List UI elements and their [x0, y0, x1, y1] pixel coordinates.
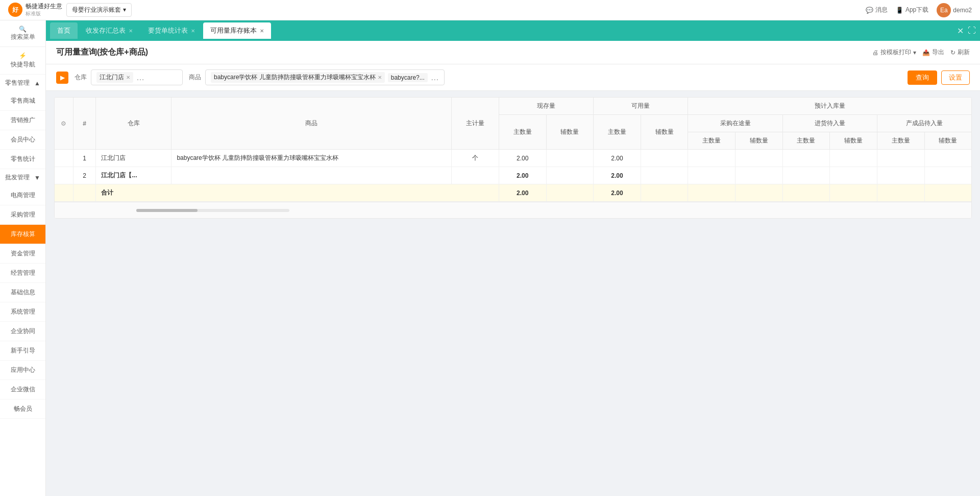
available-stock-tab-close[interactable]: ✕	[260, 28, 264, 34]
product-filter-group: 商品 babycare学饮杯 儿童防摔防撞吸管杯重力球吸嘴杯宝宝水杯 ✕ bab…	[189, 69, 445, 85]
th-warehouse: 仓库	[96, 98, 172, 150]
row1-avail-aux	[641, 150, 688, 167]
th-purchase-main: 主数量	[688, 132, 736, 150]
th-available-qty-group: 可用量	[594, 98, 688, 115]
sidebar-item-finance[interactable]: 资金管理	[0, 244, 45, 264]
total-purchase-main	[688, 184, 736, 202]
tab-bar-actions: ✕ ⛶	[957, 26, 976, 36]
sidebar-item-marketing[interactable]: 营销推广	[0, 111, 45, 130]
retail-stats-label: 零售统计	[11, 155, 35, 163]
row2-avail-main: 2.00	[594, 167, 641, 184]
export-label: 导出	[932, 48, 944, 57]
purchase-label: 采购管理	[11, 210, 35, 219]
tab-available-stock[interactable]: 可用量库存账本 ✕	[203, 22, 271, 39]
export-btn[interactable]: 📤 导出	[922, 48, 944, 57]
sidebar-item-member[interactable]: 会员中心	[0, 130, 45, 150]
total-label: 合计	[96, 184, 499, 202]
row1-avail-main: 2.00	[594, 150, 641, 167]
sidebar-item-quicknav[interactable]: ⚡ 快捷导航	[0, 47, 45, 75]
warehouse-more-icon[interactable]: …	[136, 73, 144, 82]
main-layout: 🔍 搜索菜单 ⚡ 快捷导航 零售管理 ▲ 零售商城 营销推广 会员中心 零售统计…	[0, 20, 980, 496]
sidebar-item-system-mgmt[interactable]: 系统管理	[0, 302, 45, 322]
sidebar-item-enterprise[interactable]: 企业协同	[0, 322, 45, 341]
row2-production-main	[877, 167, 924, 184]
sidebar-item-member2[interactable]: 畅会员	[0, 399, 45, 419]
sidebar-item-app-center[interactable]: 应用中心	[0, 361, 45, 380]
row1-current-main: 2.00	[499, 150, 546, 167]
row2-production-aux	[924, 167, 971, 184]
template-print-btn[interactable]: 🖨 按模板打印 ▾	[872, 48, 916, 57]
refresh-btn[interactable]: ↻ 刷新	[950, 48, 970, 57]
sidebar-item-ecommerce[interactable]: 电商管理	[0, 186, 45, 205]
tab-home[interactable]: 首页	[50, 22, 78, 39]
basic-info-label: 基础信息	[11, 288, 35, 297]
row2-settings	[55, 167, 73, 184]
account-selector[interactable]: 母婴行业演示账套 ▾	[66, 3, 132, 17]
app-center-label: 应用中心	[11, 366, 35, 374]
receipts-tab-close[interactable]: ✕	[129, 28, 133, 34]
order-stats-tab-label: 要货单统计表	[148, 26, 188, 35]
warehouse-filter-input[interactable]: 江北门店 ✕ …	[91, 69, 183, 85]
settings-btn[interactable]: 设置	[941, 70, 970, 85]
product-filter-input[interactable]: babycare学饮杯 儿童防摔防撞吸管杯重力球吸嘴杯宝宝水杯 ✕ babyca…	[205, 69, 445, 85]
app-download-item[interactable]: 📱 App下载	[896, 6, 928, 14]
message-item[interactable]: 💬 消息	[866, 6, 888, 14]
th-purchase-transit-group: 采购在途量	[688, 115, 782, 132]
total-purchase-aux	[736, 184, 783, 202]
total-current-main: 2.00	[499, 184, 546, 202]
row2-product	[172, 167, 452, 184]
th-planned-inbound-group: 预计入库量	[688, 98, 971, 115]
chevron-down-icon: ▾	[123, 6, 126, 13]
warehouse-tag-close[interactable]: ✕	[126, 75, 130, 80]
page-content: 可用量查询(按仓库+商品) 🖨 按模板打印 ▾ 📤 导出 ↻ 刷新	[46, 41, 980, 496]
order-stats-tab-close[interactable]: ✕	[191, 28, 195, 34]
row1-incoming-aux	[830, 150, 877, 167]
logo-icon: 好	[8, 3, 22, 17]
quicknav-icon: ⚡	[19, 52, 27, 59]
gear-icon[interactable]: ⚙	[61, 120, 66, 127]
wholesale-mgmt-header[interactable]: 批发管理 ▼	[0, 169, 45, 186]
sidebar-item-newbie[interactable]: 新手引导	[0, 341, 45, 361]
query-btn[interactable]: 查询	[908, 70, 937, 85]
expand-btn[interactable]: ⛶	[968, 26, 976, 35]
tab-order-stats[interactable]: 要货单统计表 ✕	[141, 22, 202, 39]
search-icon: 🔍	[4, 26, 41, 33]
total-row: 合计 2.00 2.00	[55, 184, 971, 202]
total-incoming-main	[782, 184, 830, 202]
horizontal-scrollbar[interactable]	[136, 209, 289, 212]
product-tag1-close[interactable]: ✕	[378, 75, 382, 80]
total-index	[73, 184, 96, 202]
sidebar-item-purchase[interactable]: 采购管理	[0, 205, 45, 225]
th-product: 商品	[172, 98, 452, 150]
th-production-main: 主数量	[877, 132, 924, 150]
sidebar-item-enterprise-wechat[interactable]: 企业微信	[0, 380, 45, 399]
message-icon: 💬	[866, 7, 873, 14]
sidebar-item-retail-mall[interactable]: 零售商城	[0, 91, 45, 111]
retail-mgmt-header[interactable]: 零售管理 ▲	[0, 75, 45, 91]
sidebar-item-basic-info[interactable]: 基础信息	[0, 283, 45, 302]
user-area[interactable]: Ea demo2	[937, 3, 972, 17]
tab-receipts[interactable]: 收发存汇总表 ✕	[79, 22, 140, 39]
row1-purchase-aux	[736, 150, 783, 167]
th-current-stock-group: 现存量	[499, 98, 593, 115]
logo-area: 好 畅捷通好生意 标准版	[8, 3, 62, 17]
row2-incoming-main	[782, 167, 830, 184]
row2-avail-aux	[641, 167, 688, 184]
sidebar-search[interactable]: 🔍 搜索菜单	[0, 20, 45, 47]
th-current-main: 主数量	[499, 115, 546, 150]
sidebar-item-inventory[interactable]: 库存核算	[0, 225, 45, 244]
row2-purchase-main	[688, 167, 736, 184]
row1-purchase-main	[688, 150, 736, 167]
download-label: App下载	[905, 6, 928, 14]
phone-icon: 📱	[896, 7, 903, 14]
warehouse-filter-group: 仓库 江北门店 ✕ …	[75, 69, 183, 85]
tab-bar: 首页 收发存汇总表 ✕ 要货单统计表 ✕ 可用量库存账本 ✕ ✕ ⛶	[46, 20, 980, 41]
sidebar-item-retail-stats[interactable]: 零售统计	[0, 150, 45, 169]
close-all-tabs-btn[interactable]: ✕	[957, 26, 964, 36]
product-more-icon[interactable]: …	[431, 73, 439, 82]
th-current-aux: 辅数量	[546, 115, 594, 150]
filter-toggle-btn[interactable]: ▶	[56, 72, 68, 84]
sidebar: 🔍 搜索菜单 ⚡ 快捷导航 零售管理 ▲ 零售商城 营销推广 会员中心 零售统计…	[0, 20, 46, 496]
scrollbar-thumb[interactable]	[136, 209, 198, 212]
sidebar-item-operations[interactable]: 经营管理	[0, 264, 45, 283]
